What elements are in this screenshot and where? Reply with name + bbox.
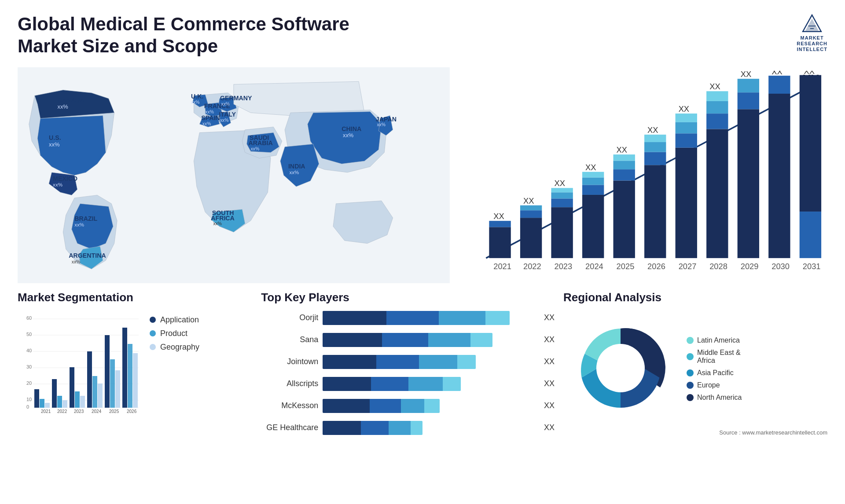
seg-label-geography: Geography xyxy=(160,343,199,352)
svg-text:XX: XX xyxy=(523,196,534,205)
player-xx-mckesson: XX xyxy=(544,401,555,410)
svg-text:50: 50 xyxy=(26,332,32,337)
svg-rect-124 xyxy=(87,351,92,408)
legend-north-america: North America xyxy=(687,394,742,402)
svg-text:CANADA: CANADA xyxy=(57,97,84,104)
legend-latin-america: Latin America xyxy=(687,336,742,344)
svg-text:XX: XX xyxy=(772,71,782,76)
bar-seg2 xyxy=(382,333,428,347)
legend-asia-pacific: Asia Pacific xyxy=(687,369,742,377)
bar-seg1 xyxy=(323,355,376,369)
seg-dot-product xyxy=(150,330,156,336)
players-list: Oorjit XX Sana xyxy=(261,311,555,435)
player-name-sana: Sana xyxy=(261,335,318,344)
svg-rect-46 xyxy=(520,205,542,210)
bar-seg4 xyxy=(470,333,492,347)
svg-text:xx%: xx% xyxy=(251,146,260,151)
logo: MARKETRESEARCHINTELLECT xyxy=(797,13,827,53)
bar-seg1 xyxy=(323,311,386,325)
seg-label-product: Product xyxy=(160,329,187,338)
svg-text:U.K.: U.K. xyxy=(191,93,203,100)
svg-rect-56 xyxy=(582,185,604,195)
svg-text:2028: 2028 xyxy=(709,262,727,271)
svg-rect-62 xyxy=(613,169,635,180)
player-xx-sana: XX xyxy=(544,335,555,344)
svg-text:INDIA: INDIA xyxy=(288,163,305,170)
player-row-gehealthcare: GE Healthcare XX xyxy=(261,421,555,435)
page-title: Global Medical E Commerce Software Marke… xyxy=(18,13,414,58)
svg-text:2024: 2024 xyxy=(585,262,603,271)
bar-seg3 xyxy=(401,399,424,413)
svg-text:ARGENTINA: ARGENTINA xyxy=(69,252,106,259)
svg-text:MEXICO: MEXICO xyxy=(53,175,77,182)
legend-europe: Europe xyxy=(687,381,742,389)
svg-text:XX: XX xyxy=(554,179,565,188)
seg-legend-product: Product xyxy=(150,329,199,338)
svg-text:2029: 2029 xyxy=(741,262,759,271)
bar-seg1 xyxy=(323,421,360,435)
svg-rect-95 xyxy=(800,212,821,258)
legend-dot-latin-america xyxy=(687,337,694,344)
bar-seg2 xyxy=(386,311,439,325)
svg-rect-79 xyxy=(706,129,728,258)
legend-label-europe: Europe xyxy=(697,381,720,389)
svg-text:XX: XX xyxy=(585,162,596,172)
svg-text:0: 0 xyxy=(26,404,29,409)
svg-text:xx%: xx% xyxy=(221,101,230,106)
svg-rect-125 xyxy=(92,376,97,408)
svg-rect-69 xyxy=(644,142,666,152)
svg-rect-52 xyxy=(551,188,573,192)
svg-rect-73 xyxy=(675,148,697,258)
player-bar-gehealthcare xyxy=(323,421,535,435)
donut-svg-wrapper xyxy=(563,311,678,427)
page-header: Global Medical E Commerce Software Marke… xyxy=(18,13,827,58)
segmentation-section: Market Segmentation 60 50 40 30 20 10 0 xyxy=(18,291,252,491)
svg-text:xx%: xx% xyxy=(53,182,62,187)
svg-rect-114 xyxy=(45,403,50,408)
player-bar-mckesson xyxy=(323,399,535,413)
svg-text:2024: 2024 xyxy=(92,409,102,414)
svg-text:40: 40 xyxy=(26,348,32,353)
svg-rect-57 xyxy=(582,177,604,185)
svg-rect-87 xyxy=(737,79,759,92)
svg-rect-113 xyxy=(40,399,44,408)
svg-rect-90 xyxy=(768,94,790,258)
regional-legend: Latin America Middle East &Africa Asia P… xyxy=(687,336,742,402)
bar-seg3 xyxy=(428,333,471,347)
svg-text:XX: XX xyxy=(741,71,751,79)
svg-text:ITALY: ITALY xyxy=(219,111,236,118)
svg-text:xx%: xx% xyxy=(57,103,68,110)
player-xx-jointown: XX xyxy=(544,357,555,366)
world-map-svg: CANADA xx% U.S. xx% MEXICO xx% BRAZIL xx… xyxy=(18,66,450,284)
player-row-mckesson: McKesson XX xyxy=(261,399,555,413)
svg-text:xx%: xx% xyxy=(191,99,200,104)
bar-seg2 xyxy=(370,399,401,413)
svg-rect-64 xyxy=(613,154,635,161)
bar-seg3 xyxy=(439,311,485,325)
svg-rect-70 xyxy=(644,135,666,142)
svg-rect-45 xyxy=(520,210,542,218)
svg-text:xx%: xx% xyxy=(343,132,354,139)
svg-text:xx%: xx% xyxy=(205,109,214,114)
svg-rect-126 xyxy=(98,383,103,408)
svg-text:60: 60 xyxy=(26,315,32,321)
player-name-oorjit: Oorjit xyxy=(261,313,318,322)
svg-text:xx%: xx% xyxy=(72,259,81,264)
svg-rect-112 xyxy=(34,389,39,408)
svg-text:2030: 2030 xyxy=(772,262,790,271)
svg-rect-44 xyxy=(520,218,542,258)
svg-text:xx%: xx% xyxy=(49,141,60,147)
donut-center xyxy=(596,344,645,392)
seg-legend-application: Application xyxy=(150,315,199,325)
svg-rect-94 xyxy=(800,75,821,211)
svg-text:2023: 2023 xyxy=(74,409,84,414)
donut-chart-area: Latin America Middle East &Africa Asia P… xyxy=(563,311,827,427)
svg-rect-55 xyxy=(582,195,604,258)
svg-rect-68 xyxy=(644,152,666,165)
bar-seg2 xyxy=(376,355,419,369)
legend-label-asia-pacific: Asia Pacific xyxy=(697,369,734,377)
svg-text:2026: 2026 xyxy=(127,409,137,414)
svg-rect-82 xyxy=(706,91,728,101)
svg-rect-51 xyxy=(551,192,573,198)
world-map-section: CANADA xx% U.S. xx% MEXICO xx% BRAZIL xx… xyxy=(18,66,450,284)
